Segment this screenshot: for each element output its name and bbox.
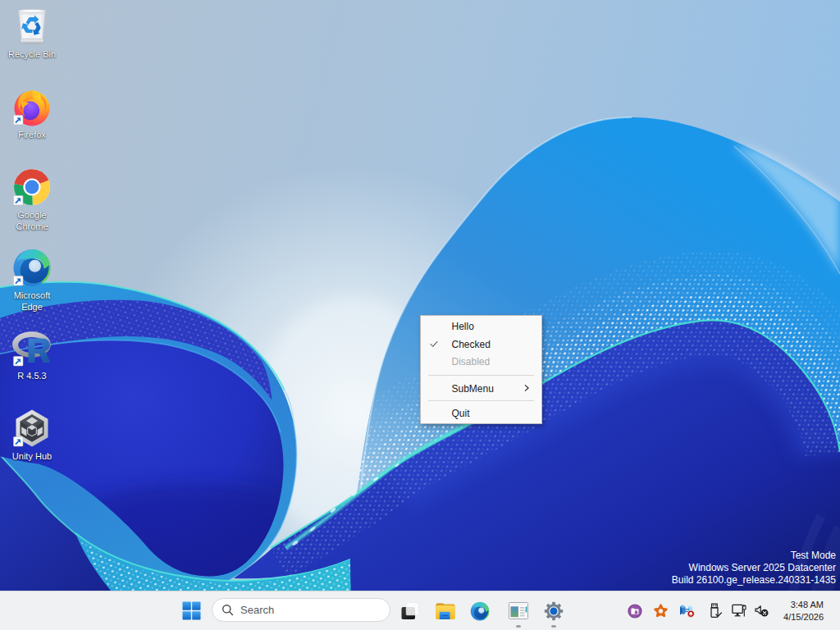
desktop-icon-r[interactable]: R 4.5.3 bbox=[1, 328, 63, 381]
search-icon bbox=[221, 604, 234, 616]
menu-item-label: SubMenu bbox=[452, 383, 494, 395]
desktop-icon-chrome[interactable]: Google Chrome bbox=[1, 167, 63, 232]
orange-star-icon bbox=[653, 604, 669, 619]
shortcut-arrow-icon bbox=[13, 356, 24, 367]
tray-volume-muted-icon[interactable] bbox=[752, 591, 771, 630]
monitor-plug-icon bbox=[732, 604, 747, 619]
shortcut-arrow-icon bbox=[13, 276, 24, 286]
search-box[interactable]: Search bbox=[212, 598, 390, 622]
watermark-line1: Test Mode bbox=[672, 550, 836, 562]
recycle-bin-icon bbox=[12, 7, 52, 46]
watermark-line3: Build 26100.ge_release.240331-1435 bbox=[672, 574, 836, 587]
menu-separator bbox=[428, 375, 535, 376]
menu-item-checked[interactable]: Checked bbox=[421, 335, 541, 353]
settings-gear-icon bbox=[544, 601, 564, 621]
tray-purple-app-icon[interactable] bbox=[625, 591, 644, 630]
menu-item-quit[interactable]: Quit bbox=[421, 404, 541, 422]
clock-date: 4/15/2026 bbox=[783, 611, 824, 623]
file-explorer-button[interactable] bbox=[427, 591, 463, 630]
desktop-icon-label: Google Chrome bbox=[2, 209, 62, 232]
app-window-icon bbox=[509, 602, 528, 619]
search-placeholder: Search bbox=[240, 604, 274, 616]
shortcut-arrow-icon bbox=[13, 436, 24, 447]
usb-eject-icon bbox=[707, 603, 724, 619]
test-mode-watermark: Test Mode Windows Server 2025 Datacenter… bbox=[672, 550, 836, 587]
tray-server-icon[interactable] bbox=[677, 591, 696, 630]
desktop-icon-label: Recycle Bin bbox=[2, 48, 62, 60]
menu-item-label: Disabled bbox=[452, 356, 491, 368]
task-view-button[interactable] bbox=[392, 591, 428, 630]
desktop-icon-label: Microsoft Edge bbox=[2, 290, 62, 313]
submenu-arrow-icon bbox=[524, 384, 529, 391]
server-alert-icon bbox=[678, 604, 695, 618]
checkmark-icon bbox=[421, 340, 452, 348]
file-explorer-icon bbox=[436, 601, 455, 620]
running-indicator bbox=[551, 625, 556, 628]
tray-orange-flower-icon[interactable] bbox=[651, 591, 670, 630]
menu-item-disabled[interactable]: Disabled bbox=[421, 353, 541, 371]
tray-network-icon[interactable] bbox=[730, 591, 749, 630]
desktop-icon-firefox[interactable]: Firefox bbox=[1, 87, 63, 140]
task-view-icon bbox=[400, 601, 420, 621]
menu-item-submenu[interactable]: SubMenu bbox=[421, 379, 541, 397]
context-menu: Hello Checked Disabled SubMenu Quit bbox=[420, 315, 542, 424]
start-button[interactable] bbox=[173, 591, 209, 630]
desktop-icon-unity[interactable]: Unity Hub bbox=[1, 409, 63, 462]
menu-separator bbox=[428, 400, 535, 401]
desktop-icon-label: Firefox bbox=[2, 129, 62, 140]
menu-item-label: Checked bbox=[452, 339, 491, 350]
watermark-line2: Windows Server 2025 Datacenter bbox=[672, 562, 836, 574]
shortcut-arrow-icon bbox=[13, 195, 24, 206]
settings-button[interactable] bbox=[536, 591, 572, 630]
shortcut-arrow-icon bbox=[13, 115, 24, 126]
taskbar-clock[interactable]: 3:48 AM 4/15/2026 bbox=[783, 591, 824, 630]
app-window-button[interactable] bbox=[500, 591, 536, 630]
edge-taskbar-button[interactable] bbox=[462, 591, 498, 630]
desktop-icon-label: Unity Hub bbox=[2, 450, 62, 462]
clock-time: 3:48 AM bbox=[783, 599, 824, 611]
edge-icon bbox=[470, 601, 490, 621]
menu-item-hello[interactable]: Hello bbox=[421, 317, 541, 336]
menu-item-label: Quit bbox=[452, 408, 470, 419]
desktop-icon-recycle-bin[interactable]: Recycle Bin bbox=[1, 7, 63, 60]
desktop-icon-edge[interactable]: Microsoft Edge bbox=[1, 248, 63, 313]
speaker-mute-icon bbox=[754, 604, 770, 619]
windows-logo-icon bbox=[182, 601, 201, 620]
menu-item-label: Hello bbox=[452, 321, 474, 332]
purple-folder-lock-icon bbox=[628, 604, 642, 619]
running-indicator bbox=[516, 625, 521, 628]
desktop-icon-label: R 4.5.3 bbox=[2, 370, 62, 381]
tray-usb-icon[interactable] bbox=[705, 591, 724, 630]
